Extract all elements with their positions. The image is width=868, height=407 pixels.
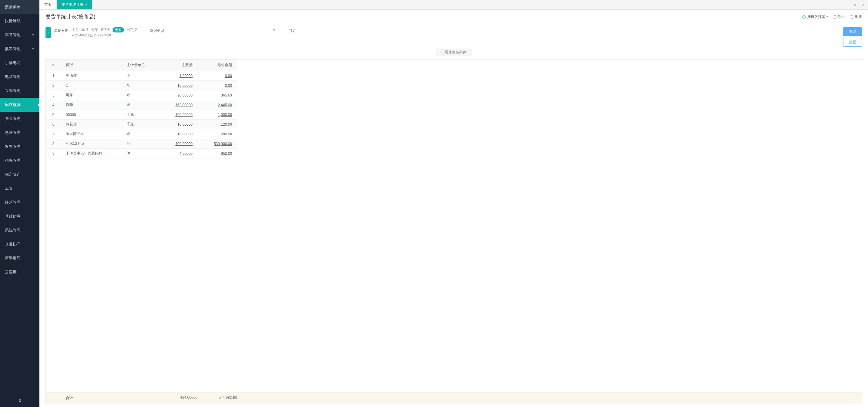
sidebar-item-label: 新手引导 [5,256,21,261]
table-row[interactable]: 1奥满喵个1.000000.00 [46,71,237,81]
date-opt-prev-month[interactable]: 上月 [71,27,79,32]
sidebar-item-11[interactable]: 税务管理 [0,153,39,168]
table-row[interactable]: 8小米12 Pro台100.00000539,900.00 [46,139,237,149]
filter-bill-type: 单据类型 ▾ [150,27,276,33]
expand-more-label: 展开更多条件 [445,50,466,55]
sidebar-item-9[interactable]: 总账管理 [0,126,39,140]
table-row[interactable]: 500000千克100.000001,000.00 [46,110,237,120]
sidebar-item-8[interactable]: 资金管理 [0,112,39,126]
sidebar-item-18[interactable]: 新手引导 [0,251,39,265]
date-custom[interactable]: 自定义 [126,27,137,32]
row-qty[interactable]: 4.00000 [158,149,197,158]
row-qty[interactable]: 163.00000 [158,100,197,110]
sidebar-item-12[interactable]: 固定资产 [0,168,39,181]
radio-icon [833,15,836,19]
row-qty[interactable]: 100.00000 [158,139,197,149]
sidebar-item-10[interactable]: 发票管理 [0,140,39,153]
tab-bar: 首页 要货单统计表 × × ⤢ [39,0,868,10]
row-index: 3 [46,90,61,100]
filter-store-label: 门店 [288,27,296,33]
date-opt-last-year[interactable]: 去年 [91,27,98,32]
sidebar-item-6[interactable]: 采购管理 [0,84,39,98]
row-amount[interactable]: 539,900.00 [197,139,237,149]
row-amount[interactable]: 952.00 [197,149,237,158]
sidebar-item-2[interactable]: 零售管理▼ [0,28,39,42]
tab-home-label: 首页 [44,2,52,7]
sidebar-item-4[interactable]: 小畅电商 [0,56,39,70]
sidebar-item-15[interactable]: 基础信息 [0,209,39,223]
table-row[interactable]: 9卡伊美中老年女装妈妈…件4.00000952.00 [46,149,237,158]
row-product: 碎花裙 [61,120,122,129]
close-icon[interactable]: × [85,3,87,7]
row-index: 2 [46,81,61,90]
col-product[interactable]: 商品 [61,59,122,71]
sidebar-item-13[interactable]: 工资 [0,181,39,196]
print-template-action[interactable]: 按模版打印 ▾ [802,14,828,20]
row-qty[interactable]: 10.00000 [158,129,197,139]
export-action[interactable]: 导出 [833,14,845,20]
row-amount[interactable]: 365.63 [197,90,237,100]
row-amount[interactable]: 2,445.00 [197,100,237,110]
col-settings[interactable]: ⚙ [46,59,61,71]
row-amount[interactable]: 200.00 [197,129,237,139]
row-index: 9 [46,149,61,158]
row-amount[interactable]: 0.00 [197,81,237,90]
sidebar-item-1[interactable]: 快捷导航 [0,14,39,28]
date-opt-7days[interactable]: 近7天 [101,27,110,32]
sidebar-item-7[interactable]: 库存核算 [0,98,39,112]
date-range-value: 2021-09-20 至 2022-09-20 [71,33,137,38]
tab-home[interactable]: 首页 [39,0,57,9]
sidebar-item-3[interactable]: 批发管理▼ [0,42,39,56]
sidebar-item-0[interactable]: 搜索菜单 [0,0,39,14]
row-product: 可乐 [61,90,122,100]
row-unit: 米 [122,129,158,139]
row-qty[interactable]: 10.00000 [158,120,197,129]
col-amount[interactable]: 零售金额 [197,59,237,71]
row-unit: 千克 [122,120,158,129]
row-qty[interactable]: 1.00000 [158,71,197,81]
col-qty[interactable]: 主数量 [158,59,197,71]
row-unit: 米 [122,100,158,110]
row-amount[interactable]: 120.00 [197,120,237,129]
collapse-handle[interactable]: › [45,27,51,38]
table-row[interactable]: 6碎花裙千克10.00000120.00 [46,120,237,129]
tab-close-all[interactable]: × [851,2,858,8]
table-row[interactable]: 7测试商品名米10.00000200.00 [46,129,237,139]
tab-active[interactable]: 要货单统计表 × [57,0,93,9]
row-qty[interactable]: 100.00000 [158,110,197,120]
row-amount[interactable]: 1,000.00 [197,110,237,120]
row-qty[interactable]: 26.00000 [158,90,197,100]
query-button[interactable]: 查询 [843,27,862,36]
col-unit[interactable]: 主计量单位 [122,59,158,71]
chevron-right-icon: › [48,31,49,35]
expand-more-conditions[interactable]: ⌄ 展开更多条件 [436,49,472,56]
sidebar-item-17[interactable]: 企业协同 [0,237,39,251]
settings-button[interactable]: 设置 [843,38,862,47]
date-opt-this-month[interactable]: 本月 [81,27,89,32]
table-footer-total: 合计 424.00000 544,982.63 [45,393,862,404]
sidebar-item-label: 基础信息 [5,214,21,219]
footer-amt: 544,982.63 [200,396,239,401]
sidebar-item-label: 搜索菜单 [5,4,21,10]
tab-fullscreen[interactable]: ⤢ [860,2,866,8]
row-amount[interactable]: 0.00 [197,71,237,81]
ellipsis-icon: … [409,28,413,32]
sidebar-item-label: 企业协同 [5,241,21,247]
table-row[interactable]: 3可乐米26.00000365.63 [46,90,237,100]
date-more-tag[interactable]: 更多 [113,27,124,32]
bill-type-select[interactable]: ▾ [167,27,276,33]
sidebar-item-14[interactable]: 经营管理 [0,196,39,209]
sidebar-item-19[interactable]: 云应用 [0,265,39,279]
refresh-action[interactable]: 刷新 [850,14,862,20]
row-qty[interactable]: 10.00000 [158,81,197,90]
table-row[interactable]: 21米10.000000.00 [46,81,237,90]
chevron-down-icon: ▾ [827,15,828,19]
sidebar-item-16[interactable]: 系统管理 [0,223,39,237]
table-row[interactable]: 4咖啡米163.000002,445.00 [46,100,237,110]
double-chevron-down-icon: ⌄ [441,51,443,54]
store-select[interactable]: … [299,27,414,33]
sidebar-item-5[interactable]: 电商管理 [0,70,39,84]
row-unit: 件 [122,149,158,158]
row-unit: 米 [122,90,158,100]
settings-gear[interactable]: ⚙ [0,394,39,407]
